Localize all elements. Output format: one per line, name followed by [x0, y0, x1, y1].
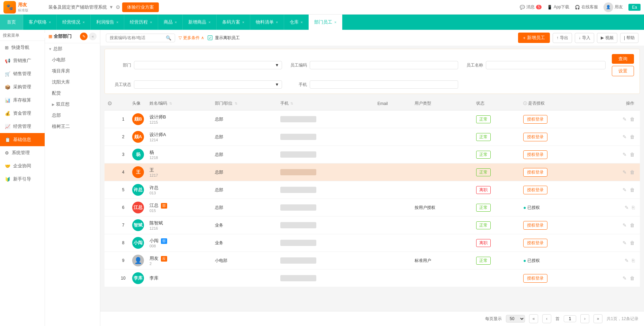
sidebar-item-inventory[interactable]: 📊 库存核算 [0, 94, 45, 107]
tab-operation-close[interactable]: × [82, 20, 84, 24]
tab-operation[interactable]: 经营情况 × [57, 15, 90, 30]
sidebar-item-collab[interactable]: 🤝 企业协同 [0, 159, 45, 173]
sort-icon-dept[interactable]: ⇅ [235, 102, 237, 105]
tab-customer[interactable]: 客户联络 × [23, 15, 57, 30]
edit-icon[interactable]: ✎ [623, 222, 627, 228]
auth-btn[interactable]: 授权登录 [523, 239, 547, 247]
auth-btn[interactable]: 授权登录 [523, 115, 547, 124]
th-name-code[interactable]: 姓名/编码 ⇅ [147, 97, 212, 111]
empname-input[interactable] [486, 61, 606, 69]
edit-icon[interactable]: ✎ [623, 240, 627, 246]
prev-page-btn[interactable]: ‹ [542, 314, 551, 323]
tree-node-small-elec[interactable]: 小电部 [45, 54, 100, 65]
online-service-btn[interactable]: 🎧 在线客服 [575, 4, 598, 10]
export-btn[interactable]: ↑ 导出 [553, 33, 572, 43]
tree-node-project-storage[interactable]: 项目库房 [45, 65, 100, 77]
delete-icon[interactable]: 🗑 [630, 222, 635, 228]
tab-new-goods-close[interactable]: × [208, 20, 210, 24]
edit-icon[interactable]: ✎ [623, 275, 627, 281]
more-filter-btn[interactable]: ▽ 更多条件 ∧ [179, 35, 204, 41]
tree-collapse-btn[interactable]: « [89, 33, 97, 40]
last-page-btn[interactable]: » [593, 314, 602, 323]
tab-profit[interactable]: 利润报告 × [91, 15, 124, 30]
tree-node-shenyang[interactable]: 沈阳大库 [45, 77, 100, 88]
delete-icon[interactable]: 🗑 [630, 169, 635, 175]
first-page-btn[interactable]: « [529, 314, 538, 323]
auth-btn[interactable]: 授权登录 [523, 168, 547, 177]
app-download-btn[interactable]: 📱 App下载 [547, 4, 569, 10]
empcode-input[interactable] [310, 61, 458, 69]
th-phone[interactable]: 手机 ⇅ [278, 97, 375, 111]
delete-icon[interactable]: 🗑 [630, 134, 635, 140]
tab-warehouse[interactable]: 仓库 × [284, 15, 309, 30]
sidebar-item-sales[interactable]: 🛒 销售管理 [0, 67, 45, 80]
sidebar-item-guide[interactable]: 🔰 新手引导 [0, 173, 45, 186]
edit-icon[interactable]: ✎ [623, 169, 627, 175]
message-btn[interactable]: 💬 消息 5 [520, 4, 542, 10]
sort-icon-name[interactable]: ⇅ [169, 102, 172, 105]
delete-icon[interactable]: 🗑 [630, 116, 635, 122]
auth-btn[interactable]: 授权登录 [523, 221, 547, 230]
search-btn[interactable]: 查询 [612, 54, 634, 64]
sort-icon-phone[interactable]: ⇅ [290, 102, 293, 105]
next-page-btn[interactable]: › [580, 314, 589, 323]
tree-edit-btn[interactable]: ✎ [80, 33, 88, 40]
trial-button[interactable]: 体验行业方案 [122, 2, 159, 12]
search-input[interactable] [110, 35, 164, 40]
tab-barcode[interactable]: 条码方案 × [217, 15, 250, 30]
tab-goods[interactable]: 商品 × [158, 15, 183, 30]
gear-icon[interactable]: ⚙ [107, 100, 112, 106]
tab-employees-close[interactable]: × [334, 20, 336, 24]
page-size-select[interactable]: 50 100 [506, 315, 525, 323]
auth-btn[interactable]: 授权登录 [523, 274, 547, 283]
tab-employees[interactable]: 部门员工 × [309, 15, 342, 30]
edit-icon[interactable]: ✎ [625, 258, 629, 263]
edit-icon[interactable]: ✎ [623, 134, 627, 140]
auth-btn[interactable]: 授权登录 [523, 186, 547, 194]
tree-node-hq[interactable]: 总部 [45, 110, 100, 121]
tree-node-distribution[interactable]: 配货 [45, 88, 100, 99]
gear-icon[interactable]: ⚙ [116, 4, 120, 10]
add-employee-btn[interactable]: + 新增员工 [518, 33, 550, 43]
tab-warehouse-close[interactable]: × [301, 20, 303, 24]
tab-home[interactable]: 首页 [0, 15, 23, 30]
show-resigned-checkbox[interactable]: ✓ 显示离职员工 [208, 35, 240, 41]
sidebar-search-box[interactable]: 🔍 [0, 30, 45, 41]
delete-icon[interactable]: 🗑 [630, 240, 635, 246]
th-gear[interactable]: ⚙ [105, 97, 117, 111]
help-btn[interactable]: | 帮助 [620, 33, 638, 43]
search-box[interactable]: 🔍 [106, 34, 175, 42]
auth-btn[interactable]: 授权登录 [523, 133, 547, 141]
copy-icon[interactable]: ⎘ [632, 205, 635, 210]
tab-barcode-close[interactable]: × [242, 20, 244, 24]
edit-icon[interactable]: ✎ [625, 205, 629, 210]
set-btn[interactable]: 设置 [612, 66, 634, 76]
edit-icon[interactable]: ✎ [623, 116, 627, 122]
tab-new-goods[interactable]: 新增商品 × [183, 15, 216, 30]
sidebar-item-quick[interactable]: ⊞ 快捷导航 [0, 41, 45, 54]
ea-tag[interactable]: Ea [628, 4, 641, 11]
delete-icon[interactable]: 🗑 [630, 152, 635, 157]
tab-profit-close[interactable]: × [116, 20, 118, 24]
copy-icon[interactable]: ⎘ [632, 258, 635, 263]
sidebar-item-purchase[interactable]: 📦 采购管理 [0, 80, 45, 94]
tree-node-headquarters[interactable]: ▼ 总部 [45, 43, 100, 54]
sidebar-item-basic[interactable]: 📋 基础信息 [0, 133, 45, 146]
view-btn[interactable]: ▶ 视频 [597, 33, 617, 43]
tab-history[interactable]: 经营历程 × [124, 15, 158, 30]
tab-history-close[interactable]: × [150, 20, 152, 24]
tab-goods-close[interactable]: × [175, 20, 177, 24]
dept-select[interactable]: ▼ [134, 61, 282, 69]
app-title-dropdown-icon[interactable]: ▼ [109, 5, 114, 10]
empstatus-select[interactable]: ▼ [134, 80, 282, 89]
tree-node-shuangzhuang[interactable]: ▶ 双庄想 [45, 99, 100, 110]
sidebar-item-operation[interactable]: 📈 经营管理 [0, 120, 45, 133]
delete-icon[interactable]: 🗑 [630, 275, 635, 281]
edit-icon[interactable]: ✎ [623, 187, 627, 193]
import-btn[interactable]: ↓ 导入 [575, 33, 594, 43]
edit-icon[interactable]: ✎ [623, 152, 627, 157]
delete-icon[interactable]: 🗑 [630, 187, 635, 193]
user-avatar-btn[interactable]: 👤 用友 [604, 2, 623, 12]
tab-bom[interactable]: 物料清单 × [250, 15, 284, 30]
tree-node-zhishu[interactable]: 植树王二 [45, 121, 100, 132]
